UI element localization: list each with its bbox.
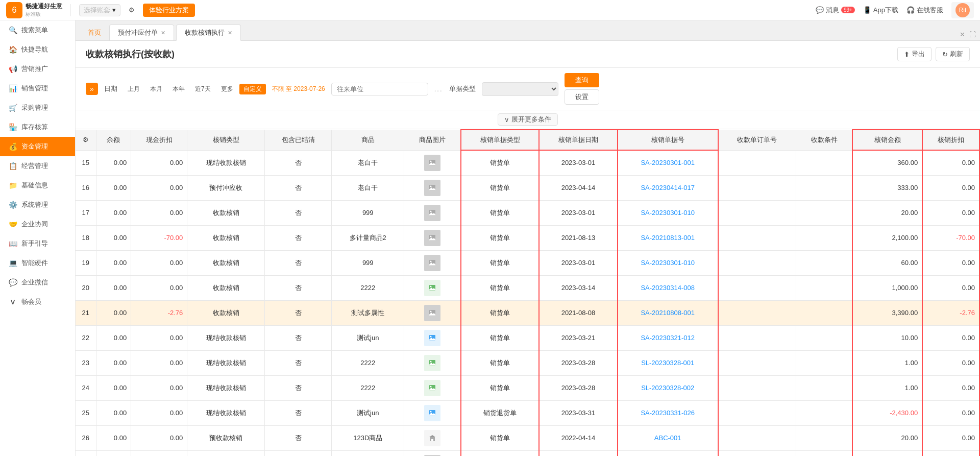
- tab-home[interactable]: 首页: [80, 25, 109, 40]
- cell-verify-doc-type: 销货单: [461, 350, 539, 375]
- export-button[interactable]: ⬆ 导出: [897, 47, 932, 61]
- cell-verify-doc-date: 2023-03-28: [539, 350, 617, 375]
- sidebar-item-sales[interactable]: 📊 销售管理: [0, 79, 75, 98]
- filter-toggle-button[interactable]: »: [86, 83, 98, 95]
- settings-button[interactable]: 设置: [565, 89, 599, 105]
- tab-close-prepay[interactable]: ✕: [161, 30, 165, 36]
- user-avatar-btn[interactable]: Rit: [951, 2, 974, 18]
- cell-cash-discount: 0.00: [131, 400, 187, 425]
- doc-type-select[interactable]: [482, 82, 558, 96]
- expand-conditions-button[interactable]: ∨ 展开更多条件: [498, 113, 558, 126]
- account-selector[interactable]: 选择账套 ▾: [79, 4, 120, 16]
- sidebar-item-search[interactable]: 🔍 搜索菜单: [0, 20, 75, 40]
- sidebar-item-guide[interactable]: 📖 新手引导: [0, 234, 75, 253]
- cell-verify-doc-no[interactable]: SA-20210813-001: [618, 225, 718, 250]
- cell-verify-discount: 0.00: [922, 425, 979, 450]
- sidebar-item-basic-info[interactable]: 📁 基础信息: [0, 176, 75, 195]
- doc-no-link[interactable]: SA-20230331-026: [641, 409, 695, 417]
- doc-no-link[interactable]: SA-20230321-012: [641, 334, 695, 342]
- counterpart-more-icon[interactable]: ...: [434, 85, 443, 93]
- cell-verify-doc-no[interactable]: SL-20230408-001: [618, 450, 718, 456]
- cell-verify-doc-date: 2022-04-14: [539, 425, 617, 450]
- cell-verify-type: 现结收款核销: [187, 325, 265, 350]
- cell-verify-doc-no[interactable]: SA-20230301-010: [618, 200, 718, 225]
- date-this-year[interactable]: 本年: [168, 84, 189, 94]
- sidebar-item-inventory[interactable]: 🏪 库存核算: [0, 117, 75, 137]
- cell-verify-discount: 0.00: [922, 250, 979, 275]
- cell-verify-doc-no[interactable]: SA-20230301-001: [618, 150, 718, 175]
- cell-idx: 21: [76, 300, 96, 325]
- top-bar-divider: [70, 4, 71, 16]
- cell-verify-doc-no[interactable]: SL-20230328-001: [618, 350, 718, 375]
- date-7days[interactable]: 近7天: [191, 84, 215, 94]
- doc-no-link[interactable]: ABC-001: [654, 434, 681, 442]
- cell-verify-discount: -70.00: [922, 225, 979, 250]
- query-button[interactable]: 查询: [565, 73, 599, 87]
- sidebar-item-hardware[interactable]: 💻 智能硬件: [0, 253, 75, 273]
- doc-no-link[interactable]: SL-20230328-001: [641, 359, 694, 367]
- sidebar-item-wechat[interactable]: 💬 企业微信: [0, 273, 75, 292]
- cell-verify-doc-date: 2023-03-14: [539, 275, 617, 300]
- sidebar-item-finance[interactable]: 💰 资金管理: [0, 137, 75, 156]
- cell-goods: 测试多属性: [331, 300, 404, 325]
- cell-verify-doc-no[interactable]: SA-20230414-017: [618, 175, 718, 200]
- cell-receipt-condition: [796, 400, 852, 425]
- cell-verify-doc-no[interactable]: SA-20210808-001: [618, 300, 718, 325]
- cell-cash-discount: 0.00: [131, 375, 187, 400]
- sales-icon: 📊: [8, 84, 17, 93]
- doc-no-link[interactable]: SA-20230301-010: [641, 259, 695, 267]
- cell-goods: 2222: [331, 275, 404, 300]
- chevron-down-icon: ▾: [112, 6, 116, 14]
- close-all-icon[interactable]: ✕: [960, 31, 965, 38]
- cell-verify-doc-date: 2023-04-08: [539, 450, 617, 456]
- doc-no-link[interactable]: SA-20210808-001: [641, 309, 695, 317]
- sidebar-item-system[interactable]: ⚙️ 系统管理: [0, 195, 75, 214]
- cell-balance: 0.00: [96, 200, 131, 225]
- tab-close-verify[interactable]: ✕: [228, 30, 232, 36]
- cell-receipt-order-no: [718, 450, 796, 456]
- app-download-btn[interactable]: 📱 App下载: [863, 6, 898, 15]
- cell-balance: 0.00: [96, 300, 131, 325]
- online-service-btn[interactable]: 🎧 在线客服: [906, 6, 943, 15]
- date-custom[interactable]: 自定义: [239, 84, 266, 94]
- sidebar-item-purchase[interactable]: 🛒 采购管理: [0, 98, 75, 117]
- date-this-month[interactable]: 本月: [146, 84, 166, 94]
- cell-verify-doc-no[interactable]: SA-20230314-008: [618, 275, 718, 300]
- sidebar-item-quicknav[interactable]: 🏠 快捷导航: [0, 40, 75, 59]
- date-last-month[interactable]: 上月: [124, 84, 144, 94]
- inventory-icon: 🏪: [8, 123, 17, 132]
- doc-no-link[interactable]: SL-20230328-002: [641, 384, 694, 392]
- doc-no-link[interactable]: SA-20230301-001: [641, 159, 695, 166]
- purchase-icon: 🛒: [8, 103, 17, 112]
- doc-no-link[interactable]: SA-20230414-017: [641, 184, 695, 191]
- message-btn[interactable]: 💬 消息 99+: [816, 6, 855, 15]
- sidebar-item-collab[interactable]: 🤝 企业协同: [0, 214, 75, 234]
- cell-verify-doc-no[interactable]: SA-20230321-012: [618, 325, 718, 350]
- tab-prepay[interactable]: 预付冲应付单 ✕: [109, 25, 174, 40]
- refresh-button[interactable]: ↻ 刷新: [936, 47, 970, 61]
- cell-receipt-condition: [796, 275, 852, 300]
- cell-receipt-condition: [796, 375, 852, 400]
- expand-row: ∨ 展开更多条件: [76, 110, 980, 129]
- tab-verify[interactable]: 收款核销执行 ✕: [176, 25, 241, 41]
- trial-button[interactable]: 体验行业方案: [143, 4, 195, 17]
- sidebar-item-operations[interactable]: 📋 经营管理: [0, 156, 75, 176]
- cell-verify-doc-no[interactable]: ABC-001: [618, 425, 718, 450]
- cell-verify-doc-no[interactable]: SL-20230328-002: [618, 375, 718, 400]
- cell-verify-doc-no[interactable]: SA-20230331-026: [618, 400, 718, 425]
- expand-tabs-icon[interactable]: ⛶: [969, 31, 976, 38]
- gear-button[interactable]: ⚙: [125, 3, 139, 17]
- sidebar-item-vip[interactable]: V 畅会员: [0, 292, 75, 311]
- counterpart-input[interactable]: [331, 83, 428, 95]
- table-row: 170.000.00收款核销否999销货单2023-03-01SA-202303…: [76, 200, 979, 225]
- col-header-idx: ⚙: [76, 130, 96, 150]
- date-more[interactable]: 更多: [217, 84, 237, 94]
- cell-verify-doc-type: 销货单: [461, 225, 539, 250]
- doc-no-link[interactable]: SA-20230301-010: [641, 209, 695, 217]
- cell-verify-doc-no[interactable]: SA-20230301-010: [618, 250, 718, 275]
- sidebar-item-marketing[interactable]: 📢 营销推广: [0, 59, 75, 79]
- doc-no-link[interactable]: SA-20230314-008: [641, 284, 695, 292]
- cell-balance: 0.00: [96, 325, 131, 350]
- cell-receipt-order-no: [718, 425, 796, 450]
- doc-no-link[interactable]: SA-20210813-001: [641, 234, 695, 242]
